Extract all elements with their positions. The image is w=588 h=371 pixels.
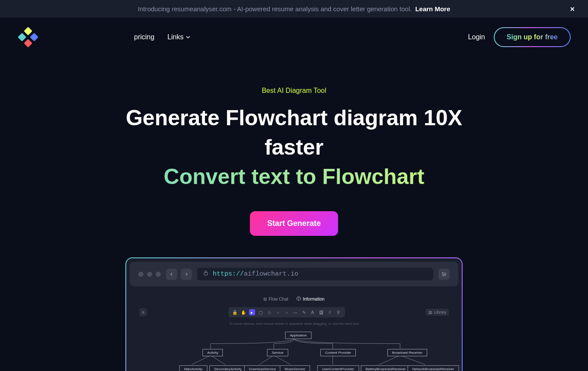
sliders-icon <box>441 271 447 277</box>
app-tabs: ⊞ Flow Chat ⓘ Information <box>135 293 453 304</box>
pointer-tool-icon[interactable]: ▸ <box>249 309 255 315</box>
tab-information-label: Information <box>303 297 324 301</box>
eraser-tool-icon[interactable]: ◊ <box>327 309 333 315</box>
close-icon[interactable]: ✕ <box>570 6 575 13</box>
rectangle-tool-icon[interactable]: ▢ <box>258 309 264 315</box>
menu-button[interactable]: ≡ <box>139 308 147 316</box>
lock-icon <box>203 270 208 278</box>
headline-line2: faster <box>0 134 588 160</box>
headline-line1: Generate Flowchart diagram 10X <box>0 105 588 131</box>
navbar: pricing Links Login Sign up for free <box>0 18 588 57</box>
traffic-lights <box>138 272 161 277</box>
browser-mockup: https://aiflowchart.io ⊞ Flow Chat ⓘ <box>125 257 463 371</box>
nav-arrows <box>166 269 192 280</box>
library-label: Library <box>434 310 446 314</box>
app-toolbar: ≡ 🔒 ✋ ▸ ▢ ◇ ○ → — ✎ A 🖼 ◊ ⚲ <box>135 304 453 320</box>
svg-point-6 <box>445 273 446 275</box>
hamburger-icon: ≡ <box>142 310 144 315</box>
node-main-activity[interactable]: MainActivity <box>179 365 208 371</box>
announcement-text: Introducing resumeanalyser.com - AI-powe… <box>138 5 412 13</box>
nav-links-label: Links <box>167 33 183 41</box>
library-icon: ▤ <box>428 310 432 314</box>
more-tool-icon[interactable]: ⚲ <box>336 309 342 315</box>
canvas-hint: To move canvas, hold mouse wheel or spac… <box>135 320 453 330</box>
tool-palette: 🔒 ✋ ▸ ▢ ◇ ○ → — ✎ A 🖼 ◊ ⚲ <box>228 307 345 317</box>
learn-more-link[interactable]: Learn More <box>415 5 450 13</box>
traffic-light-yellow <box>147 272 152 277</box>
eyebrow-text: Best AI Diagram Tool <box>0 87 588 95</box>
node-secondary-activity[interactable]: SecondaryActivity <box>209 365 246 371</box>
svg-point-7 <box>443 275 444 276</box>
hierarchy-icon: ⊞ <box>263 297 267 301</box>
signup-button-label: Sign up for free <box>507 33 558 41</box>
traffic-light-red <box>138 272 144 277</box>
diamond-tool-icon[interactable]: ◇ <box>266 309 272 315</box>
url-bar[interactable]: https://aiflowchart.io <box>197 268 433 280</box>
flowchart-canvas[interactable]: Application Activity Service Content Pro… <box>135 330 453 371</box>
lock-tool-icon[interactable]: 🔒 <box>232 309 238 315</box>
svg-rect-1 <box>18 33 26 41</box>
node-content-provider[interactable]: Content Provider <box>320 349 356 356</box>
back-button[interactable] <box>166 269 177 280</box>
url-protocol: https:// <box>213 270 244 278</box>
login-link[interactable]: Login <box>468 33 485 41</box>
chevron-down-icon <box>185 35 191 40</box>
arrow-tool-icon[interactable]: → <box>284 309 290 315</box>
node-activity[interactable]: Activity <box>202 349 223 356</box>
info-icon: ⓘ <box>297 296 301 302</box>
library-button[interactable]: ▤ Library <box>426 309 449 316</box>
traffic-light-green <box>156 272 161 277</box>
tab-information[interactable]: ⓘ Information <box>297 296 324 302</box>
forward-button[interactable] <box>181 269 192 280</box>
announcement-banner: Introducing resumeanalyser.com - AI-powe… <box>0 0 588 18</box>
image-tool-icon[interactable]: 🖼 <box>318 309 324 315</box>
tab-flowchat[interactable]: ⊞ Flow Chat <box>263 296 288 302</box>
hand-tool-icon[interactable]: ✋ <box>240 309 246 315</box>
nav-links: pricing Links <box>134 33 191 41</box>
nav-pricing[interactable]: pricing <box>134 33 154 41</box>
node-service[interactable]: Service <box>267 349 288 356</box>
start-generate-button[interactable]: Start Generate <box>250 211 338 236</box>
chevron-left-icon <box>169 272 174 276</box>
app-content: ⊞ Flow Chat ⓘ Information ≡ 🔒 ✋ ▸ ▢ <box>130 290 458 371</box>
browser-settings-button[interactable] <box>438 269 450 280</box>
node-download-service[interactable]: DownloadService <box>244 365 281 371</box>
node-user-content-provider[interactable]: UserContentProvider <box>317 365 359 371</box>
hero: Best AI Diagram Tool Generate Flowchart … <box>0 57 588 371</box>
node-root[interactable]: Application <box>285 332 311 339</box>
browser-chrome: https://aiflowchart.io <box>130 262 458 286</box>
signup-button[interactable]: Sign up for free <box>494 27 571 47</box>
node-battery-broadcast[interactable]: BatteryBroadcastReceiver <box>361 365 411 371</box>
url-domain: aiflowchart.io <box>244 270 298 278</box>
svg-rect-3 <box>24 39 32 48</box>
svg-point-5 <box>442 272 444 273</box>
text-tool-icon[interactable]: A <box>310 309 316 315</box>
node-broadcast-receiver[interactable]: Broadcast Receiver <box>387 349 427 356</box>
subheadline: Convert text to Flowchart <box>0 164 588 190</box>
circle-tool-icon[interactable]: ○ <box>275 309 281 315</box>
chevron-right-icon <box>184 272 189 276</box>
tab-flowchat-label: Flow Chat <box>268 297 288 301</box>
svg-rect-4 <box>204 273 208 275</box>
nav-links-dropdown[interactable]: Links <box>167 33 190 41</box>
node-music-service[interactable]: MusicService <box>280 365 310 371</box>
line-tool-icon[interactable]: — <box>292 309 298 315</box>
pencil-tool-icon[interactable]: ✎ <box>301 309 307 315</box>
node-network-broadcast[interactable]: NetworkBroadcastReceiver <box>408 365 459 371</box>
logo[interactable] <box>17 26 39 48</box>
nav-right: Login Sign up for free <box>468 27 571 47</box>
svg-rect-0 <box>24 27 32 35</box>
svg-rect-2 <box>30 33 38 41</box>
